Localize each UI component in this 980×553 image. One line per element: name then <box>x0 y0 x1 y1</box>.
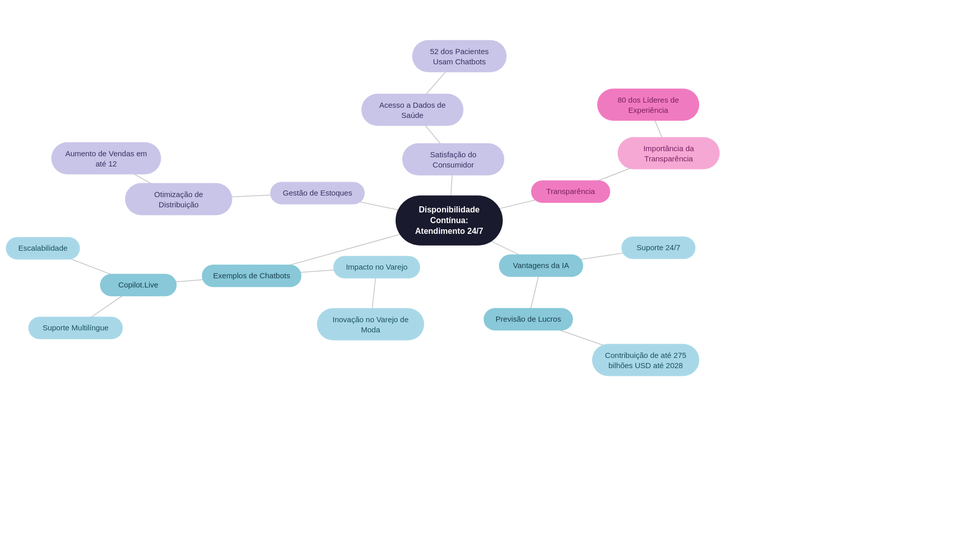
node-escalabilidade: Escalabilidade <box>6 237 80 259</box>
node-suporte-247: Suporte 24/7 <box>622 236 696 259</box>
node-aumento-vendas: Aumento de Vendas em até 12 <box>52 142 161 175</box>
node-exemplos-chatbots: Exemplos de Chatbots <box>202 265 302 287</box>
node-lideres-exp: 80 dos Líderes de Experiência <box>597 89 699 121</box>
node-contribuicao: Contribuição de até 275 bilhões USD até … <box>592 344 699 376</box>
node-gestao-estoques: Gestão de Estoques <box>271 182 365 204</box>
node-copilot-live: Copilot.Live <box>100 274 177 296</box>
node-otimizacao: Otimização de Distribuição <box>125 183 232 215</box>
node-previsao-lucros: Previsão de Lucros <box>484 308 573 330</box>
node-acesso-saude: Acesso a Dados de Saúde <box>361 94 463 126</box>
mindmap-canvas: Disponibilidade Contínua: Atendimento 24… <box>0 0 980 553</box>
node-transparencia: Transparência <box>531 180 610 203</box>
node-vantagens-ia: Vantagens da IA <box>499 254 583 277</box>
node-impacto-varejo: Impacto no Varejo <box>333 256 420 278</box>
node-pacientes-chatbots: 52 dos Pacientes Usam Chatbots <box>412 40 507 73</box>
node-satisfacao: Satisfação do Consumidor <box>402 143 504 176</box>
node-center: Disponibilidade Contínua: Atendimento 24… <box>396 196 503 246</box>
node-suporte-multi: Suporte Multilíngue <box>29 317 123 339</box>
node-importancia-transp: Importância da Transparência <box>618 137 720 170</box>
node-inovacao-varejo: Inovação no Varejo de Moda <box>317 308 424 341</box>
